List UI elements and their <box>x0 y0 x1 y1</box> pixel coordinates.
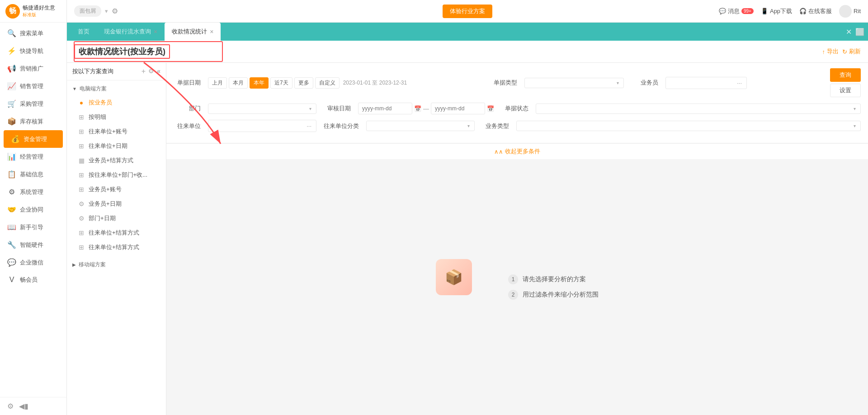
desktop-scheme-toggle[interactable]: ▼ 电脑端方案 <box>67 82 166 95</box>
panel-header-icons: + ⚙ « <box>142 67 160 75</box>
marketing-icon: 📢 <box>7 64 16 73</box>
sidebar-item-member[interactable]: V 畅会员 <box>0 271 66 288</box>
maximize-btn[interactable]: ⬜ <box>855 28 864 36</box>
settings-footer-btn[interactable]: ⚙ <box>7 402 14 410</box>
sidebar-item-operations[interactable]: 📊 经营管理 <box>0 148 66 165</box>
dept-label: 部门 <box>174 104 201 113</box>
app-download-btn[interactable]: 📱 App下载 <box>761 7 792 15</box>
scheme-item-salesperson[interactable]: ● 按业务员 <box>67 95 166 110</box>
collapse-sidebar-btn[interactable]: ◀▮ <box>19 402 28 410</box>
setting-btn[interactable]: 设置 <box>830 84 861 97</box>
content-wrapper: 按以下方案查询 + ⚙ « ▼ 电脑端方案 ● 按业务员 ⊞ <box>67 63 868 415</box>
scheme-item-salesperson-settlement[interactable]: ▦ 业务员+结算方式 <box>67 153 166 168</box>
sidebar-item-quicknav[interactable]: ⚡ 快捷导航 <box>0 42 66 60</box>
scheme-icon-sal-date: ⚙ <box>78 200 85 208</box>
sidebar-item-collab[interactable]: 🤝 企业协同 <box>0 201 66 218</box>
counterparty-select[interactable]: ··· <box>208 120 316 132</box>
message-icon: 💬 <box>719 8 726 14</box>
sidebar-item-search[interactable]: 🔍 搜索菜单 <box>0 24 66 42</box>
collapse-bar[interactable]: ∧∧ 收起更多条件 <box>166 143 868 159</box>
scheme-item-unit-dept[interactable]: ⊞ 按往来单位+部门+收... <box>67 168 166 182</box>
filter-row-2: 部门 ▾ 审核日期 📅 — 📅 单据状态 <box>174 103 861 114</box>
date-btn-this-year[interactable]: 本年 <box>250 77 269 89</box>
refresh-btn[interactable]: ↻ 刷新 <box>842 47 861 56</box>
scheme-item-salesperson-date[interactable]: ⚙ 业务员+日期 <box>67 197 166 211</box>
operations-icon: 📊 <box>7 152 16 161</box>
date-btn-this-month[interactable]: 本月 <box>229 77 248 89</box>
date-btn-last-month[interactable]: 上月 <box>208 77 227 89</box>
sidebar-item-finance[interactable]: 💰 资金管理 <box>4 130 63 148</box>
tab-collection-stats[interactable]: 收款情况统计 × <box>165 23 221 41</box>
collab-icon: 🤝 <box>7 205 16 214</box>
date-btn-more[interactable]: 更多 <box>294 77 313 89</box>
calendar-to-icon[interactable]: 📅 <box>487 105 494 112</box>
add-scheme-btn[interactable]: + <box>142 67 146 75</box>
export-icon: ↑ <box>822 48 826 55</box>
collapse-label: 收起更多条件 <box>505 147 540 156</box>
empty-illustration: 📦 <box>436 259 481 304</box>
scheme-icon-dept-date: ⚙ <box>78 215 85 222</box>
message-badge: 99+ <box>741 8 754 14</box>
logo-area: 畅 畅捷通好生意 标准版 <box>0 0 66 23</box>
scheme-item-unit-settlement2[interactable]: ⊞ 往来单位+结算方式 <box>67 240 166 255</box>
doc-type-select[interactable]: ▾ <box>524 78 624 88</box>
tab-close-collection[interactable]: × <box>210 28 213 35</box>
download-icon: 📱 <box>761 8 768 14</box>
sidebar-item-inventory[interactable]: 📦 库存核算 <box>0 113 66 130</box>
business-type-select[interactable]: ▾ <box>516 121 861 131</box>
group-arrow-icon: ▼ <box>72 86 77 91</box>
page-header: 收款情况统计(按业务员) ↑ 导出 ↻ 刷新 <box>67 41 868 63</box>
left-panel: 按以下方案查询 + ⚙ « ▼ 电脑端方案 ● 按业务员 ⊞ <box>67 63 166 415</box>
salesperson-select[interactable]: ··· <box>665 77 747 89</box>
scheme-icon-sal-sett: ▦ <box>78 157 85 164</box>
desktop-scheme-group: ▼ 电脑端方案 ● 按业务员 ⊞ 按明细 ⊞ 往来单位+账号 ⊞ 往来单位+ <box>67 80 166 256</box>
trial-btn[interactable]: 体验行业方案 <box>443 5 492 18</box>
doc-status-select[interactable]: ▾ <box>536 104 861 114</box>
sidebar-item-hardware[interactable]: 🔧 智能硬件 <box>0 236 66 254</box>
close-window-btn[interactable]: ✕ <box>846 28 852 36</box>
salesperson-dots[interactable]: ··· <box>737 80 742 86</box>
sidebar-item-wechat[interactable]: 💬 企业微信 <box>0 254 66 271</box>
sidebar-item-system[interactable]: ⚙ 系统管理 <box>0 183 66 201</box>
gear-icon[interactable]: ⚙ <box>112 7 118 15</box>
finance-icon: 💰 <box>11 135 20 143</box>
scheme-settings-btn[interactable]: ⚙ <box>148 67 154 75</box>
scheme-item-detail[interactable]: ⊞ 按明细 <box>67 110 166 124</box>
calendar-from-icon[interactable]: 📅 <box>414 105 421 112</box>
purchase-icon: 🛒 <box>7 99 16 108</box>
scheme-item-dept-date[interactable]: ⚙ 部门+日期 <box>67 211 166 226</box>
sidebar-item-guide[interactable]: 📖 新手引导 <box>0 218 66 236</box>
scheme-item-unit-settlement1[interactable]: ⊞ 往来单位+结算方式 <box>67 226 166 240</box>
scheme-item-salesperson-account[interactable]: ⊞ 业务员+账号 <box>67 182 166 197</box>
message-btn[interactable]: 💬 消息 99+ <box>719 7 754 15</box>
export-btn[interactable]: ↑ 导出 <box>822 47 839 56</box>
date-range-display: 2023-01-01 至 2023-12-31 <box>343 79 407 87</box>
date-btn-custom[interactable]: 自定义 <box>315 77 340 89</box>
date-btn-7days[interactable]: 近7天 <box>270 77 292 89</box>
tab-close-cash-flow[interactable]: × <box>154 28 157 35</box>
dept-select[interactable]: ▾ <box>208 104 316 114</box>
cc-arrow-icon: ▾ <box>467 123 470 128</box>
sidebar-item-purchase[interactable]: 🛒 采购管理 <box>0 95 66 113</box>
counterparty-category-select[interactable]: ▾ <box>366 121 475 131</box>
scheme-item-unit-account[interactable]: ⊞ 往来单位+账号 <box>67 124 166 139</box>
scheme-item-unit-date[interactable]: ⊞ 往来单位+日期 <box>67 139 166 153</box>
doc-type-arrow-icon: ▾ <box>617 80 619 85</box>
sidebar-item-sales[interactable]: 📈 销售管理 <box>0 77 66 95</box>
online-service-btn[interactable]: 🎧 在线客服 <box>799 7 832 15</box>
review-date-to[interactable] <box>431 103 485 114</box>
review-date-from[interactable] <box>358 103 412 114</box>
tab-cash-flow[interactable]: 现金银行流水查询 × <box>97 23 165 41</box>
sidebar: 畅 畅捷通好生意 标准版 🔍 搜索菜单 ⚡ 快捷导航 📢 营销推广 📈 销售管理… <box>0 0 67 415</box>
breadcrumb: 面包屑 <box>74 5 101 17</box>
collapse-panel-btn[interactable]: « <box>157 67 160 75</box>
mobile-scheme-toggle[interactable]: ▶ 移动端方案 <box>67 258 166 271</box>
scheme-icon-detail: ⊞ <box>78 113 85 121</box>
query-btn[interactable]: 查询 <box>830 68 861 82</box>
sidebar-item-marketing[interactable]: 📢 营销推广 <box>0 60 66 77</box>
user-area[interactable]: Rit <box>839 5 861 18</box>
sidebar-item-basic-info[interactable]: 📋 基础信息 <box>0 165 66 183</box>
counterparty-dots[interactable]: ··· <box>307 123 311 129</box>
tab-home[interactable]: 首页 <box>71 23 97 41</box>
inventory-icon: 📦 <box>7 117 16 126</box>
